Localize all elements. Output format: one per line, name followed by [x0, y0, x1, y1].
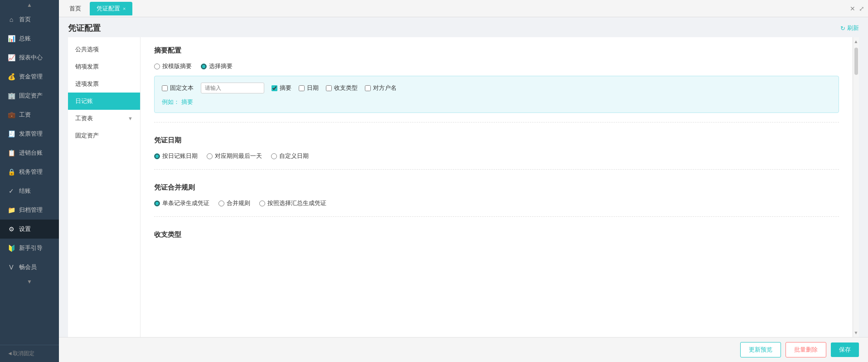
sidebar-item-payroll[interactable]: 💼 工资	[0, 105, 59, 124]
window-expand-button[interactable]: ⤢	[859, 5, 864, 12]
guide-icon: 🔰	[7, 245, 15, 252]
voucher-date-journal[interactable]: 按日记账日期	[154, 152, 198, 160]
summary-mode-template-radio[interactable]	[154, 64, 160, 69]
summary-mode-select-radio[interactable]	[201, 64, 207, 69]
save-button[interactable]: 保存	[831, 342, 859, 357]
checkbox-summary[interactable]: 摘要	[272, 84, 291, 92]
fixed-text-input[interactable]	[201, 83, 264, 93]
update-preview-button[interactable]: 更新预览	[740, 342, 781, 357]
summary-checkbox[interactable]	[272, 85, 277, 91]
report-icon: 📈	[7, 54, 15, 61]
sidebar-item-fund[interactable]: 💰 资金管理	[0, 67, 59, 86]
page-header: 凭证配置 ↻ 刷新	[59, 17, 868, 37]
sidebar-item-close[interactable]: ✓ 结账	[0, 181, 59, 201]
tab-voucher-config[interactable]: 凭证配置 ×	[90, 2, 132, 15]
vip-icon: V	[7, 264, 15, 271]
close-account-icon: ✓	[7, 187, 15, 195]
asset-icon: 🏢	[7, 92, 15, 99]
counterpart-checkbox[interactable]	[365, 85, 371, 91]
tab-home[interactable]: 首页	[63, 2, 88, 15]
sidebar-scroll-down[interactable]: ▼	[0, 277, 59, 287]
sidebar-item-asset[interactable]: 🏢 固定资产	[0, 86, 59, 105]
scroll-thumb[interactable]	[854, 48, 858, 75]
date-checkbox[interactable]	[299, 85, 305, 91]
voucher-date-custom[interactable]: 自定义日期	[271, 152, 309, 160]
merge-single[interactable]: 单条记录生成凭证	[154, 199, 209, 207]
summary-mode-group: 按模版摘要 选择摘要	[154, 62, 839, 70]
checkbox-fixed-text[interactable]: 固定文本	[162, 84, 194, 92]
sidebar-item-vip[interactable]: V 畅会员	[0, 258, 59, 277]
summary-example: 例如： 摘要	[162, 98, 831, 106]
merge-rules-group: 单条记录生成凭证 合并规则 按照选择汇总生成凭证	[154, 199, 839, 207]
left-nav-item-public[interactable]: 公共选项	[68, 41, 140, 58]
checkbox-counterpart[interactable]: 对方户名	[365, 84, 397, 92]
window-close-button[interactable]: ✕	[850, 5, 855, 12]
tabbar-right: ✕ ⤢	[850, 5, 864, 12]
fund-icon: 💰	[7, 73, 15, 80]
sidebar-item-settings[interactable]: ⚙ 设置	[0, 220, 59, 239]
section-summary: 摘要配置 按模版摘要 选择摘要	[154, 46, 839, 122]
sidebar: ▲ ⌂ 首页 📊 总账 📈 报表中心 💰 资金管理 🏢 固定资产 💼 工资 🧾 …	[0, 0, 59, 362]
merge-summary-radio[interactable]	[259, 201, 265, 206]
merge-summary[interactable]: 按照选择汇总生成凭证	[259, 199, 326, 207]
income-expense-title: 收支类型	[154, 230, 839, 239]
chevron-down-icon: ▼	[128, 116, 133, 121]
left-nav-item-purchase-invoice[interactable]: 进项发票	[68, 75, 140, 93]
summary-config-box: 固定文本 摘要 日期	[154, 76, 839, 113]
ledger-icon: 📊	[7, 35, 15, 42]
invoice-mgmt-icon: 🧾	[7, 130, 15, 137]
voucher-date-journal-radio[interactable]	[154, 153, 160, 159]
sidebar-unpin-button[interactable]: ◄取消固定	[0, 345, 59, 362]
summary-mode-select[interactable]: 选择摘要	[201, 62, 233, 70]
sidebar-item-report[interactable]: 📈 报表中心	[0, 48, 59, 67]
sales-icon: 📋	[7, 149, 15, 157]
scroll-up-arrow[interactable]: ▲	[853, 37, 859, 46]
merge-rules-option[interactable]: 合并规则	[218, 199, 250, 207]
left-nav-item-fixed-assets[interactable]: 固定资产	[68, 127, 140, 144]
scroll-down-arrow[interactable]: ▼	[853, 328, 859, 337]
voucher-date-last-day[interactable]: 对应期间最后一天	[207, 152, 262, 160]
main-area: 首页 凭证配置 × ✕ ⤢ 凭证配置 ↻ 刷新 公共选项	[59, 0, 868, 362]
refresh-button[interactable]: ↻ 刷新	[840, 24, 859, 32]
payroll-icon: 💼	[7, 111, 15, 118]
bottom-action-bar: 更新预览 批量删除 保存	[59, 337, 868, 362]
left-nav-item-payroll-table[interactable]: 工资表 ▼	[68, 110, 140, 127]
refresh-icon: ↻	[840, 25, 845, 32]
sidebar-scroll-up[interactable]: ▲	[0, 0, 59, 10]
fixed-text-checkbox[interactable]	[162, 85, 168, 91]
sidebar-item-ledger[interactable]: 📊 总账	[0, 29, 59, 48]
sidebar-item-tax[interactable]: 🔒 税务管理	[0, 162, 59, 181]
sidebar-item-home[interactable]: ⌂ 首页	[0, 10, 59, 29]
sidebar-item-guide[interactable]: 🔰 新手引导	[0, 239, 59, 258]
sidebar-item-archive[interactable]: 📁 归档管理	[0, 201, 59, 220]
voucher-date-last-day-radio[interactable]	[207, 153, 213, 159]
checkbox-payment-type[interactable]: 收支类型	[326, 84, 358, 92]
tax-icon: 🔒	[7, 168, 15, 176]
settings-icon: ⚙	[7, 225, 15, 233]
left-nav-item-journal[interactable]: 日记账	[68, 93, 140, 110]
merge-rules-radio[interactable]	[218, 201, 224, 206]
batch-delete-button[interactable]: 批量删除	[786, 342, 826, 357]
section-income-expense: 收支类型	[154, 230, 839, 255]
right-content: 摘要配置 按模版摘要 选择摘要	[141, 37, 853, 337]
payment-type-checkbox[interactable]	[326, 85, 332, 91]
sidebar-item-invoice-mgmt[interactable]: 🧾 发票管理	[0, 124, 59, 143]
voucher-date-section-title: 凭证日期	[154, 136, 839, 145]
sidebar-item-sales[interactable]: 📋 进销台账	[0, 143, 59, 162]
merge-rules-section-title: 凭证合并规则	[154, 183, 839, 192]
summary-mode-template[interactable]: 按模版摘要	[154, 62, 192, 70]
summary-section-title: 摘要配置	[154, 46, 839, 55]
section-merge-rules: 凭证合并规则 单条记录生成凭证 合并规则	[154, 183, 839, 217]
summary-config-row: 固定文本 摘要 日期	[162, 83, 831, 93]
merge-single-radio[interactable]	[154, 201, 160, 206]
left-nav: 公共选项 销项发票 进项发票 日记账 工资表 ▼ 固定资产	[68, 37, 141, 337]
page-content: 凭证配置 ↻ 刷新 公共选项 销项发票 进项发票 日记账	[59, 17, 868, 362]
section-voucher-date: 凭证日期 按日记账日期 对应期间最后一天	[154, 136, 839, 170]
voucher-date-custom-radio[interactable]	[271, 153, 277, 159]
checkbox-date[interactable]: 日期	[299, 84, 319, 92]
scrollbar-track[interactable]: ▲ ▼	[853, 37, 859, 337]
archive-icon: 📁	[7, 206, 15, 214]
left-nav-item-sales-invoice[interactable]: 销项发票	[68, 58, 140, 75]
home-icon: ⌂	[7, 16, 15, 23]
tab-close-icon[interactable]: ×	[123, 6, 126, 11]
